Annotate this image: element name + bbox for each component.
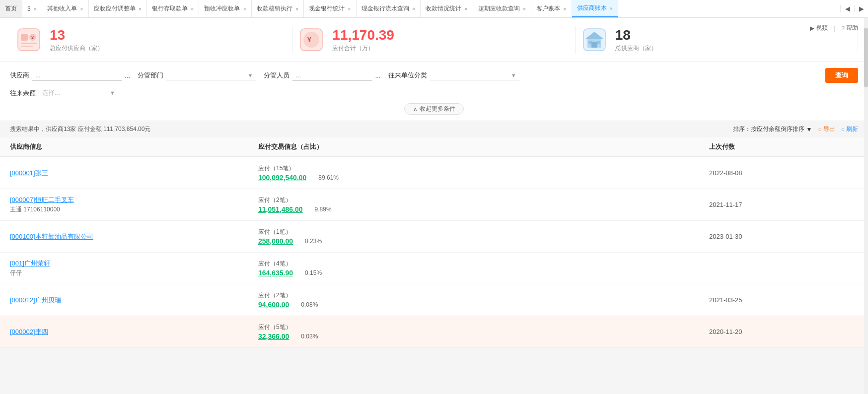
supplier-link-5[interactable]: [000002]李四 <box>10 328 48 335</box>
export-button[interactable]: ○ 导出 <box>818 125 835 133</box>
scrollbar[interactable] <box>864 18 868 348</box>
table-row: [000007]恒旺二手叉车 王通 17106110000 应付（2笔） 11,… <box>0 189 868 221</box>
refresh-button[interactable]: ○ 刷新 <box>841 125 858 133</box>
nav-tab-ar-ap-adjust-label: 应收应付调整单 <box>94 4 136 13</box>
play-icon: ▶ <box>810 25 814 32</box>
help-links: ▶ 视频 | ? 帮助 <box>810 24 858 32</box>
close-icon[interactable]: × <box>563 6 566 12</box>
nav-tab-3[interactable]: 3 × <box>22 0 42 17</box>
close-icon[interactable]: × <box>348 6 351 12</box>
result-bar: 搜索结果中，供应商13家 应付金额 111,703,854.00元 排序：按应付… <box>0 121 868 137</box>
close-icon[interactable]: × <box>295 6 298 12</box>
nav-left-arrow[interactable]: ◀ <box>840 5 854 12</box>
dept-select[interactable]: ▼ <box>166 71 256 80</box>
close-icon[interactable]: × <box>34 6 37 12</box>
supplier-table: 供应商信息 应付交易信息（占比） 上次付数 [000001]张三 应付（15笔）… <box>0 137 868 348</box>
chevron-up-icon: ∧ <box>413 106 418 113</box>
close-icon[interactable]: × <box>243 6 246 12</box>
nav-tab-overdue-ar[interactable]: 超期应收款查询 × <box>473 0 531 17</box>
supplier-cell-5: [000002]李四 <box>10 328 258 336</box>
last-pay-cell-1: 2021-11-17 <box>709 201 858 208</box>
nav-tab-ar-ap-adjust[interactable]: 应收应付调整单 × <box>89 0 147 17</box>
payable-total-icon: ¥ <box>297 26 325 54</box>
trans-amount-3[interactable]: 164,635.90 <box>258 269 293 277</box>
close-icon[interactable]: × <box>191 6 194 12</box>
last-pay-value-1: 2021-11-17 <box>709 201 742 208</box>
supplier-link-0[interactable]: [000001]张三 <box>10 169 48 177</box>
close-icon[interactable]: × <box>464 6 467 12</box>
balance-select[interactable]: 选择... ▼ <box>39 87 118 99</box>
trans-label-3: 应付（4笔） <box>258 260 709 268</box>
nav-tab-advance-receipt[interactable]: 预收冲应收单 × <box>199 0 251 17</box>
last-pay-value-2: 2023-01-30 <box>709 233 742 240</box>
total-suppliers-icon <box>580 26 608 54</box>
close-icon[interactable]: × <box>610 5 613 11</box>
export-label: 导出 <box>823 125 835 133</box>
col-header-supplier: 供应商信息 <box>10 142 258 151</box>
svg-rect-1 <box>21 34 28 41</box>
help-link[interactable]: ? 帮助 <box>841 24 858 32</box>
query-button[interactable]: 查询 <box>825 68 858 83</box>
category-select[interactable]: ▼ <box>430 71 519 80</box>
supplier-link-3[interactable]: [001]广州荣轩 <box>10 260 50 267</box>
supplier-filter-label: 供应商 <box>10 71 29 80</box>
trans-amount-1[interactable]: 11,051,486.00 <box>258 205 303 213</box>
refresh-label: 刷新 <box>846 125 858 133</box>
table-row: [000001]张三 应付（15笔） 100,092,540.00 89.61%… <box>0 157 868 189</box>
col-header-last-pay: 上次付数 <box>709 142 858 151</box>
nav-tab-collection-stats-label: 收款情况统计 <box>426 4 461 13</box>
top-navigation: 首页 3 × 其他收入单 × 应收应付调整单 × 银行存取款单 × 预收冲应收单… <box>0 0 868 18</box>
nav-tab-bank-deposit-label: 银行存取款单 <box>152 4 188 13</box>
nav-tab-home[interactable]: 首页 <box>0 0 22 17</box>
trans-cell-2: 应付（1笔） 258,000.00 0.23% <box>258 228 709 245</box>
nav-tab-cash-bank-flow[interactable]: 现金银行流水查询 × <box>357 0 421 17</box>
nav-tab-bank-deposit[interactable]: 银行存取款单 × <box>147 0 199 17</box>
last-pay-cell-5: 2020-11-20 <box>709 328 858 335</box>
trans-amount-2[interactable]: 258,000.00 <box>258 237 293 245</box>
svg-rect-2 <box>21 43 37 44</box>
chevron-down-icon: ▼ <box>511 72 516 78</box>
nav-right-arrow[interactable]: ▶ <box>854 5 868 12</box>
nav-tab-supplier-ledger[interactable]: 供应商账本 × <box>572 0 618 17</box>
close-icon[interactable]: × <box>139 6 142 12</box>
supplier-input[interactable] <box>32 70 122 81</box>
filter-balance: 往来余额 选择... ▼ <box>10 87 118 99</box>
nav-tab-cash-bank-flow-label: 现金银行流水查询 <box>362 4 409 13</box>
sort-select[interactable]: 排序：按应付余额倒序排序 ▼ <box>733 125 812 133</box>
table-row: [000002]李四 应付（5笔） 32,366.00 0.03% 2020-1… <box>0 316 868 348</box>
collapse-button-label: 收起更多条件 <box>420 105 455 113</box>
filter-row-2: 往来余额 选择... ▼ <box>10 87 858 99</box>
trans-amount-0[interactable]: 100,092,540.00 <box>258 174 306 182</box>
person-dots-button[interactable]: ... <box>375 71 380 80</box>
supplier-cell-0: [000001]张三 <box>10 169 258 178</box>
person-filter-label: 分管人员 <box>264 71 289 80</box>
person-input[interactable] <box>292 70 372 81</box>
sort-label: 排序：按应付余额倒序排序 <box>733 125 804 133</box>
nav-tab-other-income[interactable]: 其他收入单 × <box>42 0 88 17</box>
close-icon[interactable]: × <box>412 6 415 12</box>
scrollbar-thumb[interactable] <box>864 28 868 87</box>
video-link[interactable]: ▶ 视频 <box>810 24 828 32</box>
supplier-dots-button[interactable]: ... <box>125 71 130 80</box>
supplier-link-2[interactable]: [000100]本特勤油品有限公司 <box>10 233 93 240</box>
collapse-button[interactable]: ∧ 收起更多条件 <box>404 103 464 115</box>
nav-tab-collection-stats[interactable]: 收款情况统计 × <box>421 0 473 17</box>
trans-amount-5[interactable]: 32,366.00 <box>258 332 289 340</box>
table-row: [001]广州荣轩 仔仔 应付（4笔） 164,635.90 0.15% <box>0 253 868 284</box>
nav-tab-customer-ledger[interactable]: 客户账本 × <box>531 0 572 17</box>
trans-amount-4[interactable]: 94,600.00 <box>258 301 289 309</box>
svg-text:¥: ¥ <box>307 36 311 44</box>
trans-label-0: 应付（15笔） <box>258 164 709 173</box>
stat-card-2-content: 11,170.39 应付合计（万） <box>332 27 394 53</box>
supplier-link-1[interactable]: [000007]恒旺二手叉车 <box>10 196 74 203</box>
filter-area: 供应商 ... 分管部门 ▼ 分管人员 ... 往来单位分类 ▼ <box>0 62 868 121</box>
close-icon[interactable]: × <box>80 6 83 12</box>
trans-pct-1: 9.89% <box>315 206 332 213</box>
filter-supplier: 供应商 ... <box>10 70 130 81</box>
nav-tab-cash-bank-stats[interactable]: 现金银行统计 × <box>304 0 356 17</box>
nav-tab-collection-exec[interactable]: 收款核销执行 × <box>252 0 304 17</box>
supplier-link-4[interactable]: [000012]广州贝瑞 <box>10 296 61 304</box>
close-icon[interactable]: × <box>523 6 526 12</box>
trans-pct-3: 0.15% <box>305 269 322 276</box>
nav-tab-customer-ledger-label: 客户账本 <box>536 4 560 13</box>
